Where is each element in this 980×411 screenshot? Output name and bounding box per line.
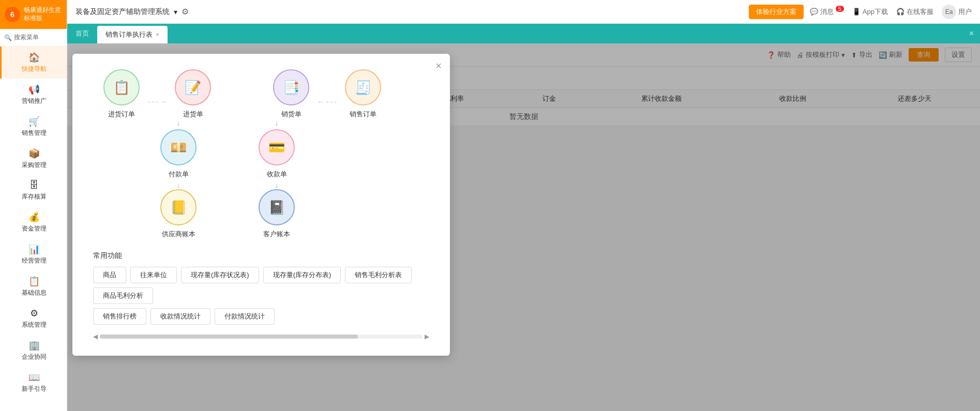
func-btn-sales-profit[interactable]: 销售毛利分析表 <box>345 267 412 283</box>
sidebar-nav: 🏠 快捷导航 📢 营销推广 🛒 销售管理 📦 采购管理 🗄 库存核算 💰 <box>0 47 67 411</box>
purchase-order-icon: 📋 <box>103 69 140 105</box>
func-btn-goods[interactable]: 商品 <box>93 267 126 283</box>
func-btn-stock-dist[interactable]: 现存量(库存分布表) <box>263 267 341 283</box>
message-icon: 💬 <box>810 8 818 16</box>
sidebar-item-marketing[interactable]: 📢 营销推广 <box>0 79 67 111</box>
flow-node-sales-order[interactable]: 🧾 销售订单 <box>345 69 381 119</box>
sidebar-item-newbie[interactable]: 📖 新手引导 <box>0 367 67 399</box>
building-icon: 🏢 <box>28 340 40 351</box>
avatar: Ea <box>942 5 956 19</box>
sidebar: 6 畅康通好生意 标准版 🔍 搜索菜单 🏠 快捷导航 📢 营销推广 🛒 <box>0 0 67 411</box>
topbar-title: 装备及固定资产辅助管理系统 ▾ ⚙ <box>76 7 743 17</box>
flow-diagram: 📋 进货订单 - - - → 📝 进货单 <box>93 69 429 239</box>
func-btn-sales-rank[interactable]: 销售排行榜 <box>93 308 146 325</box>
popup: × 📋 进货订单 - - - → <box>72 54 450 356</box>
headset-icon: 🎧 <box>896 8 904 16</box>
tab-sales-order-exec[interactable]: 销售订单执行表 × <box>97 26 168 43</box>
scrollbar-thumb <box>100 334 358 339</box>
sales-bill-icon: 📑 <box>273 69 309 105</box>
tabbar-close-button[interactable]: × <box>969 29 974 38</box>
message-item[interactable]: 💬 消息 5 <box>810 7 844 17</box>
tab-home[interactable]: 首页 <box>67 24 97 43</box>
svg-text:6: 6 <box>10 10 14 19</box>
flow-col-receipt: ↓ 💳 收款单 ↓ 📓 客户账本 <box>248 119 305 239</box>
settings-icon[interactable]: ⚙ <box>182 7 189 17</box>
sidebar-item-finance[interactable]: 💰 资金管理 <box>0 206 67 238</box>
tab-close-icon[interactable]: × <box>156 31 159 38</box>
arrow-sales-order-to-bill: - - - → <box>317 97 337 119</box>
func-buttons-row2: 销售排行榜 收款情况统计 付款情况统计 <box>93 308 429 325</box>
arrow-purchase-order-to-bill: - - - → <box>147 97 167 119</box>
flow-row2: ↓ 💴 付款单 ↓ 📒 供应商账本 <box>93 119 429 239</box>
func-btn-goods-profit[interactable]: 商品毛利分析 <box>93 287 153 304</box>
search-icon: 🔍 <box>4 34 12 41</box>
topbar-right: 💬 消息 5 📱 App下载 🎧 在线客服 Ea 用户 <box>810 5 972 19</box>
sidebar-search[interactable]: 🔍 搜索菜单 <box>0 29 67 47</box>
flow-col-payment: ↓ 💴 付款单 ↓ 📒 供应商账本 <box>150 119 207 239</box>
cart-icon: 🛒 <box>28 116 40 127</box>
megaphone-icon: 📢 <box>28 84 40 95</box>
clipboard-icon: 📋 <box>28 276 40 287</box>
func-btn-counterparty[interactable]: 往来单位 <box>130 267 177 283</box>
topbar: 装备及固定资产辅助管理系统 ▾ ⚙ 体验行业方案 💬 消息 5 📱 App下载 <box>67 0 980 24</box>
scrollbar-track[interactable] <box>100 334 423 339</box>
sidebar-item-sales[interactable]: 🛒 销售管理 <box>0 111 67 143</box>
content-area: ❓ 帮助 🖨 按模板打印 ▾ ⬆ 导出 🔄 <box>67 43 980 411</box>
sidebar-item-enterprise[interactable]: 🏢 企业协同 <box>0 334 67 367</box>
popup-scrollbar: ◀ ▶ <box>93 333 429 340</box>
common-funcs: 常用功能 商品 往来单位 现存量(库存状况表) 现存量(库存分布表) 销售毛利分… <box>93 251 429 325</box>
flow-node-sales-bill[interactable]: 📑 销货单 <box>273 69 309 119</box>
phone-icon: 📱 <box>852 8 861 16</box>
scroll-left-icon[interactable]: ◀ <box>93 333 98 340</box>
func-btn-payment-stats[interactable]: 付款情况统计 <box>215 308 275 325</box>
overlay: × 📋 进货订单 - - - → <box>67 43 980 411</box>
main-content: 装备及固定资产辅助管理系统 ▾ ⚙ 体验行业方案 💬 消息 5 📱 App下载 <box>67 0 980 411</box>
tabbar: 首页 销售订单执行表 × × <box>67 24 980 43</box>
customer-ledger-icon[interactable]: 📓 <box>259 189 295 225</box>
book-icon: 📖 <box>28 372 40 383</box>
sidebar-item-inventory[interactable]: 🗄 库存核算 <box>0 175 67 206</box>
box-icon: 📦 <box>28 148 40 159</box>
sidebar-item-basic-info[interactable]: 📋 基础信息 <box>0 270 67 302</box>
warehouse-icon: 🗄 <box>29 180 39 191</box>
func-btn-stock-status[interactable]: 现存量(库存状况表) <box>181 267 259 283</box>
payment-bill-icon[interactable]: 💴 <box>160 129 197 165</box>
user-item[interactable]: Ea 用户 <box>942 5 972 19</box>
online-service-item[interactable]: 🎧 在线客服 <box>896 7 933 17</box>
func-buttons: 商品 往来单位 现存量(库存状况表) 现存量(库存分布表) 销售毛利分析表 商品… <box>93 267 429 304</box>
sidebar-item-operations[interactable]: 📊 经营管理 <box>0 238 67 270</box>
func-btn-receipt-stats[interactable]: 收款情况统计 <box>150 308 210 325</box>
topbar-dropdown[interactable]: ▾ <box>174 8 177 16</box>
purchase-bill-icon: 📝 <box>175 69 211 105</box>
common-funcs-title: 常用功能 <box>93 251 429 261</box>
gear-icon: ⚙ <box>30 308 38 319</box>
app-download-item[interactable]: 📱 App下载 <box>852 7 888 17</box>
sales-order-icon: 🧾 <box>345 69 381 105</box>
sidebar-item-quick-nav[interactable]: 🏠 快捷导航 <box>0 47 67 79</box>
supplier-ledger-icon[interactable]: 📒 <box>160 189 197 225</box>
receipt-bill-icon[interactable]: 💳 <box>259 129 295 165</box>
trial-btn[interactable]: 体验行业方案 <box>749 5 804 19</box>
chart-icon: 📊 <box>28 243 40 255</box>
home-icon: 🏠 <box>28 52 40 63</box>
message-badge: 5 <box>836 6 844 12</box>
sidebar-logo: 6 畅康通好生意 标准版 <box>0 0 67 29</box>
scroll-right-icon[interactable]: ▶ <box>425 333 429 340</box>
money-icon: 💰 <box>28 211 40 223</box>
logo-text: 畅康通好生意 标准版 <box>24 6 61 22</box>
sidebar-item-purchase[interactable]: 📦 采购管理 <box>0 143 67 175</box>
sidebar-item-system[interactable]: ⚙ 系统管理 <box>0 302 67 334</box>
system-name: 装备及固定资产辅助管理系统 <box>76 7 170 17</box>
flow-node-purchase-bill[interactable]: 📝 进货单 <box>175 69 211 119</box>
flow-node-purchase-order[interactable]: 📋 进货订单 <box>103 69 140 119</box>
logo-icon: 6 <box>4 6 21 23</box>
chevron-down-icon: ▾ <box>174 8 177 16</box>
popup-close-btn[interactable]: × <box>435 60 442 72</box>
